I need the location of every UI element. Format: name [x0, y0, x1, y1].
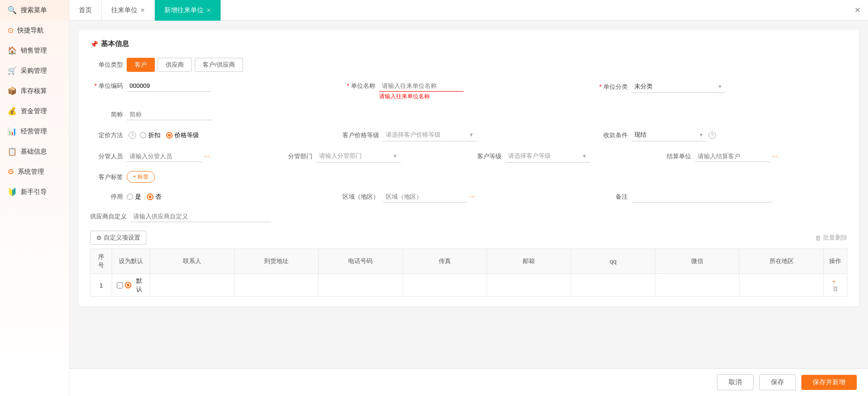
unit-code-input[interactable]	[127, 80, 211, 92]
wechat-input[interactable]	[660, 282, 734, 289]
batch-delete-button[interactable]: 🗑 批量删除	[815, 233, 847, 242]
sidebar-item-newbie[interactable]: 🔰 新手引导	[0, 182, 69, 202]
group-disabled: 停用 是 否	[90, 193, 343, 201]
sidebar-item-purchase[interactable]: 🛒 采购管理	[0, 61, 69, 81]
tab-new-counterpart[interactable]: 新增往来单位 ✕	[155, 0, 221, 21]
customer-level-label: 客户等级	[469, 152, 502, 161]
radio-price-level-circle	[166, 132, 173, 139]
pin-icon: 📌	[90, 40, 98, 48]
col-contact: 联系人	[150, 249, 234, 274]
cell-contact[interactable]	[150, 274, 234, 297]
cell-phone[interactable]	[319, 274, 403, 297]
col-seq: 序号	[91, 249, 112, 274]
sidebar-item-label: 系统管理	[18, 168, 44, 176]
unit-name-input[interactable]	[379, 80, 464, 92]
radio-price-level[interactable]: 价格等级	[166, 131, 199, 140]
radio-no-circle	[147, 194, 153, 200]
cell-address[interactable]	[234, 274, 318, 297]
supplier-def-label: 供应商自定义	[90, 212, 127, 221]
cell-region[interactable]	[739, 274, 823, 297]
region-label: 区域（地区）	[343, 193, 379, 201]
settlement-extra-btn[interactable]: ···	[772, 152, 778, 161]
sidebar-item-inventory[interactable]: 📦 库存核算	[0, 81, 69, 101]
notes-input[interactable]	[632, 191, 772, 202]
inventory-icon: 📦	[8, 86, 17, 95]
window-close-button[interactable]: ✕	[847, 0, 868, 21]
save-new-button[interactable]: 保存并新增	[801, 375, 857, 390]
tab-new-counterpart-close[interactable]: ✕	[206, 7, 211, 14]
qq-input[interactable]	[576, 282, 650, 289]
btn-customer-supplier[interactable]: 客户/供应商	[195, 58, 243, 72]
fax-input[interactable]	[408, 282, 482, 289]
save-button[interactable]: 保存	[759, 374, 796, 390]
btn-supplier[interactable]: 供应商	[158, 58, 192, 72]
group-region: 区域（地区） ···	[343, 191, 595, 202]
payment-terms-select[interactable]: 现结 ▼	[632, 129, 707, 141]
row-supplier-def: 供应商自定义	[90, 211, 847, 222]
contact-input[interactable]	[155, 282, 229, 289]
pricing-radio-group: 折扣 价格等级	[140, 131, 199, 140]
chevron-down-icon: ▼	[393, 153, 398, 159]
manager-input[interactable]	[127, 151, 202, 162]
unit-category-label: 单位分类	[595, 83, 628, 91]
cell-fax[interactable]	[403, 274, 487, 297]
payment-help-icon[interactable]: ?	[708, 132, 716, 139]
btn-customer[interactable]: 客户	[127, 58, 155, 72]
email-input[interactable]	[492, 282, 566, 289]
radio-discount[interactable]: 折扣	[140, 131, 160, 140]
customer-price-level-label: 客户价格等级	[343, 131, 379, 140]
sidebar-item-sales[interactable]: 🏠 销售管理	[0, 40, 69, 61]
row-manager: 分管人员 ··· 分管部门 请输入分管部门 ▼ 客户等级 请选择客户等级 ▼	[90, 150, 847, 163]
dept-select[interactable]: 请输入分管部门 ▼	[316, 150, 401, 163]
add-row-btn[interactable]: +	[832, 278, 836, 285]
short-name-label: 简称	[90, 110, 123, 119]
tab-counterparts[interactable]: 往来单位 ✕	[102, 0, 155, 21]
custom-settings-button[interactable]: ⚙ 自定义项设置	[90, 231, 146, 245]
sidebar-item-search[interactable]: 🔍 搜索菜单	[0, 0, 69, 20]
manager-extra-btn[interactable]: ···	[204, 152, 210, 161]
cell-qq[interactable]	[571, 274, 655, 297]
manager-label: 分管人员	[90, 152, 123, 161]
customer-level-select[interactable]: 请选择客户等级 ▼	[505, 150, 590, 163]
group-customer-level: 客户等级 请选择客户等级 ▼	[469, 150, 658, 163]
cell-wechat[interactable]	[655, 274, 739, 297]
supplier-def-input[interactable]	[130, 211, 271, 222]
sidebar-item-label: 库存核算	[21, 87, 47, 95]
sidebar-item-system[interactable]: ⚙ 系统管理	[0, 162, 69, 182]
dept-label: 分管部门	[280, 152, 312, 161]
row-checkbox[interactable]	[117, 282, 123, 288]
short-name-input[interactable]	[127, 109, 211, 120]
row-default-radio[interactable]: 默认	[125, 277, 145, 294]
unit-category-value: 未分类	[634, 82, 717, 91]
sidebar-item-basic[interactable]: 📋 基础信息	[0, 141, 69, 162]
radio-disabled-no[interactable]: 否	[147, 193, 161, 201]
cell-seq: 1	[91, 274, 112, 297]
sales-icon: 🏠	[8, 46, 17, 55]
row-pricing: 定价方法 ? 折扣 价格等级 客户价格等级	[90, 129, 847, 141]
pricing-help-icon[interactable]: ?	[129, 132, 136, 139]
sidebar-item-label: 经营管理	[21, 127, 47, 136]
search-icon: 🔍	[8, 6, 17, 15]
default-radio-circle	[125, 282, 131, 288]
unit-category-select[interactable]: 未分类 ▼	[632, 80, 725, 93]
cancel-button[interactable]: 取消	[717, 374, 754, 390]
phone-input[interactable]	[323, 282, 397, 289]
disabled-label: 停用	[90, 193, 123, 201]
region-extra-btn[interactable]: ···	[469, 193, 475, 201]
row-region-input[interactable]	[744, 282, 818, 289]
cell-email[interactable]	[487, 274, 571, 297]
settlement-unit-input[interactable]	[695, 151, 770, 162]
address-input[interactable]	[239, 282, 313, 289]
tab-counterparts-close[interactable]: ✕	[140, 7, 145, 14]
dept-placeholder: 请输入分管部门	[319, 152, 393, 160]
add-tag-button[interactable]: + 标签	[127, 171, 155, 183]
sidebar-item-finance[interactable]: 💰 资金管理	[0, 101, 69, 121]
radio-disabled-yes[interactable]: 是	[127, 193, 141, 201]
delete-row-btn[interactable]: 🗑	[832, 285, 838, 292]
tab-home[interactable]: 首页	[69, 0, 102, 21]
sidebar-item-quicknav[interactable]: ⊙ 快捷导航	[0, 20, 69, 40]
customer-price-level-select[interactable]: 请选择客户价格等级 ▼	[383, 129, 477, 141]
region-input[interactable]	[383, 191, 467, 202]
radio-price-level-label: 价格等级	[175, 131, 199, 140]
sidebar-item-operations[interactable]: 📊 经营管理	[0, 121, 69, 141]
